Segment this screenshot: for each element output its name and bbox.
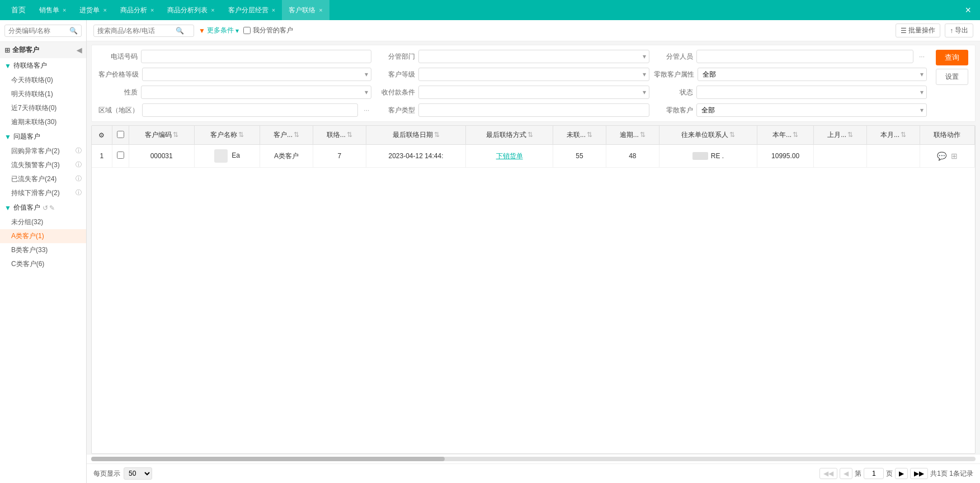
sidebar-item-churned[interactable]: 已流失客户(24) ⓘ	[0, 172, 86, 186]
batch-operation-button[interactable]: ☰ 批量操作	[896, 23, 940, 37]
sidebar-all-customers[interactable]: ⊞ 全部客户 ◀	[0, 42, 86, 58]
export-button[interactable]: ↑ 导出	[945, 23, 973, 37]
main-search-input[interactable]	[97, 27, 176, 35]
select-all-checkbox[interactable]	[117, 131, 124, 138]
sidebar-item-ungrouped[interactable]: 未分组(32)	[0, 215, 86, 229]
sidebar-group-value[interactable]: ▼ 价值客户 ↺ ✎	[0, 200, 86, 215]
first-page-button[interactable]: ◀◀	[819, 468, 837, 479]
sort-icon-type[interactable]: ⇅	[294, 131, 299, 139]
horizontal-scroll-area[interactable]	[87, 454, 980, 463]
filter-action-buttons: 查询 设置	[936, 50, 968, 117]
close-product-list-tab[interactable]: ×	[211, 7, 214, 13]
next-page-button[interactable]: ▶	[895, 468, 908, 479]
customer-type-input[interactable]	[418, 103, 649, 117]
close-sales-tab[interactable]: ×	[63, 7, 66, 13]
query-button[interactable]: 查询	[936, 50, 968, 65]
region-dots-btn[interactable]: ···	[361, 106, 371, 114]
sidebar-item-a-class[interactable]: A类客户(1)	[0, 229, 86, 243]
customer-tier-label: 客户等级	[376, 70, 415, 79]
sidebar-item-b-class[interactable]: B类客户(33)	[0, 243, 86, 257]
message-icon[interactable]: 💬	[937, 151, 946, 160]
sidebar-item-7days-pending[interactable]: 近7天待联络(0)	[0, 101, 86, 115]
per-page-select[interactable]: 50 100 200	[124, 467, 152, 480]
sidebar-search-area: 🔍	[0, 20, 86, 42]
dept-select[interactable]	[418, 50, 649, 63]
close-customer-tier-tab[interactable]: ×	[272, 7, 275, 13]
nature-select[interactable]	[141, 86, 371, 99]
col-no-contact-days: 未联...⇅	[553, 126, 606, 145]
nav-sales[interactable]: 销售单 ×	[32, 0, 73, 20]
my-customers-checkbox-label[interactable]: 我分管的客户	[243, 26, 293, 35]
cell-name: Ea	[194, 145, 260, 168]
col-settings[interactable]: ⚙	[92, 126, 112, 145]
nav-customer-tier[interactable]: 客户分层经营 ×	[222, 0, 282, 20]
col-checkbox	[112, 126, 129, 145]
col-this-year: 本年...⇅	[757, 126, 813, 145]
sort-icon-code[interactable]: ⇅	[173, 131, 178, 139]
sort-icon-thisyear[interactable]: ⇅	[793, 131, 798, 139]
info-icon-3: ⓘ	[76, 174, 82, 183]
sort-icon-thismonth[interactable]: ⇅	[901, 131, 906, 139]
region-input[interactable]	[142, 103, 358, 117]
app-close-button[interactable]: ×	[960, 4, 976, 16]
close-product-analysis-tab[interactable]: ×	[150, 7, 154, 13]
my-customers-checkbox[interactable]	[243, 27, 251, 34]
sort-icon-lastmonth[interactable]: ⇅	[847, 131, 853, 139]
nav-purchase[interactable]: 进货单 ×	[73, 0, 113, 20]
last-page-button[interactable]: ▶▶	[910, 468, 928, 479]
sidebar-item-c-class[interactable]: C类客户(6)	[0, 257, 86, 271]
prev-page-button[interactable]: ◀	[840, 468, 852, 479]
retail-attr-select[interactable]: 全部	[698, 68, 927, 81]
refresh-icon[interactable]: ↺	[43, 204, 48, 212]
sidebar-item-declining[interactable]: 持续下滑客户(2) ⓘ	[0, 186, 86, 200]
sidebar-group-pending[interactable]: ▼ 待联络客户	[0, 58, 86, 73]
page-number-input[interactable]	[864, 468, 884, 479]
sort-icon-nocontact[interactable]: ⇅	[587, 131, 592, 139]
more-conditions-btn[interactable]: ▼ 更多条件 ▾	[199, 26, 239, 35]
close-customer-contact-tab[interactable]: ×	[319, 7, 322, 13]
sort-icon-method[interactable]: ⇅	[527, 131, 533, 139]
nav-product-analysis[interactable]: 商品分析 ×	[114, 0, 161, 20]
total-records: 共1页 1条记录	[930, 469, 973, 479]
filter-manager: 分管人员 ···	[654, 50, 927, 63]
row-checkbox[interactable]	[117, 151, 124, 159]
nav-home[interactable]: 首页	[4, 0, 32, 20]
manager-dots-btn[interactable]: ···	[917, 53, 927, 60]
sidebar-item-repurchase-abnormal[interactable]: 回购异常客户(2) ⓘ	[0, 144, 86, 158]
sidebar-group-problem[interactable]: ▼ 问题客户	[0, 129, 86, 144]
sort-icon-contact[interactable]: ⇅	[347, 131, 352, 139]
nav-customer-contact[interactable]: 客户联络 ×	[282, 0, 329, 20]
filter-bar: 🔍 ▼ 更多条件 ▾ 我分管的客户 ☰ 批量操作	[87, 20, 980, 41]
scroll-thumb[interactable]	[91, 457, 445, 461]
customer-avatar	[214, 149, 228, 163]
setting-button[interactable]: 设置	[936, 69, 968, 85]
sidebar-collapse-icon[interactable]: ◀	[77, 46, 82, 54]
nav-product-list[interactable]: 商品分析列表 ×	[161, 0, 221, 20]
filter-retail-customer: 零散客户 全部 ▾	[654, 103, 927, 117]
filter-row-2: 客户价格等级 ▾ 客户等级 ▾	[98, 68, 927, 81]
phone-input[interactable]	[141, 50, 371, 63]
sidebar-item-churn-warning[interactable]: 流失预警客户(3) ⓘ	[0, 158, 86, 172]
qr-icon[interactable]: ⊞	[951, 151, 958, 160]
sort-icon-overdue[interactable]: ⇅	[640, 131, 646, 139]
customer-tier-select[interactable]	[418, 68, 649, 81]
last-method-link[interactable]: 下销货单	[496, 152, 523, 160]
payment-select[interactable]	[418, 86, 649, 99]
price-tier-select[interactable]	[142, 68, 371, 81]
manager-input[interactable]	[696, 50, 913, 63]
info-icon-2: ⓘ	[76, 160, 82, 169]
sidebar-item-today-pending[interactable]: 今天待联络(0)	[0, 73, 86, 87]
sort-icon-unit[interactable]: ⇅	[729, 131, 735, 139]
sidebar-item-overdue-pending[interactable]: 逾期未联络(30)	[0, 115, 86, 129]
status-select[interactable]	[696, 86, 927, 99]
col-last-contact-method: 最后联络方式⇅	[466, 126, 553, 145]
main-search-icon[interactable]: 🔍	[176, 27, 184, 35]
sort-icon-date[interactable]: ⇅	[434, 131, 440, 139]
sidebar-item-tomorrow-pending[interactable]: 明天待联络(1)	[0, 87, 86, 101]
sidebar-search-icon[interactable]: 🔍	[69, 27, 78, 35]
retail-customer-select[interactable]: 全部	[696, 103, 927, 117]
edit-value-icon[interactable]: ✎	[49, 204, 55, 212]
sort-icon-name[interactable]: ⇅	[238, 131, 244, 139]
close-purchase-tab[interactable]: ×	[103, 7, 106, 13]
cell-num: 1	[92, 145, 112, 168]
